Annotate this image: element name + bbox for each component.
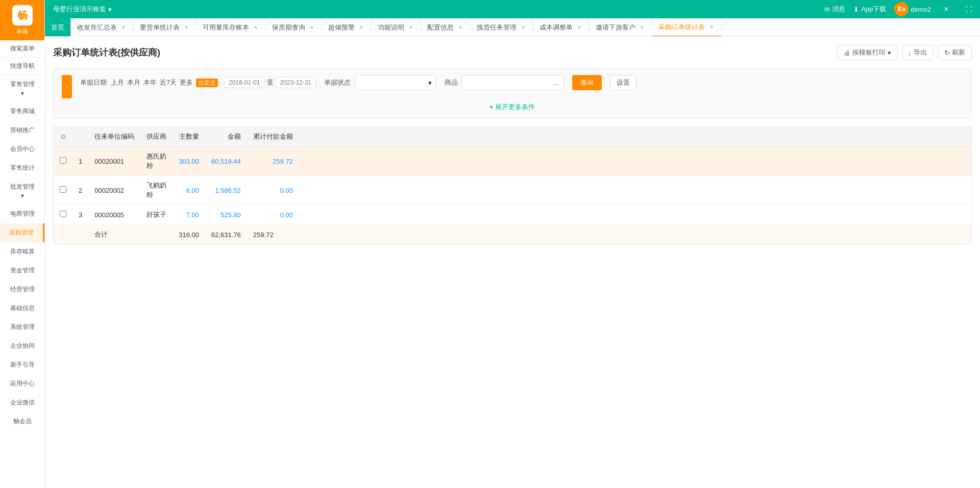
tab-close-icon[interactable]: ×	[252, 24, 259, 31]
sidebar-item-basic-info[interactable]: 基础信息	[0, 299, 44, 318]
row-empty	[299, 147, 971, 176]
tab-close-icon[interactable]: ×	[457, 24, 464, 31]
row-paid-amount[interactable]: 0.00	[247, 205, 299, 225]
print-button[interactable]: 🖨 按模板打印 ▾	[837, 45, 898, 60]
sidebar-item-label: 畅会员	[13, 417, 32, 426]
refresh-icon: ↻	[944, 49, 950, 57]
row-supplier-name: 惠氏奶粉	[140, 147, 173, 176]
th-qty: 主数量	[173, 127, 205, 147]
gear-icon[interactable]: ⚙	[60, 133, 66, 141]
filter-area: › 单据日期 上月 本月 本年 近7天 更多	[53, 68, 972, 118]
sidebar-item-app-center[interactable]: 应用中心	[0, 374, 44, 393]
sidebar-item-retail-stats[interactable]: 零售统计	[0, 159, 44, 177]
workspace-selector[interactable]: 母婴行业演示账套 ▾	[49, 3, 116, 16]
sidebar-item-enterprise-wechat[interactable]: 企业微信	[0, 393, 44, 412]
row-qty[interactable]: 303.00	[173, 147, 205, 176]
sidebar-item-system[interactable]: 系统管理	[0, 318, 44, 337]
expand-more-button[interactable]: ▾ 展开更多条件	[62, 102, 963, 112]
quick-nav-item[interactable]: 快捷导航	[0, 58, 44, 75]
row-supplier-code: 00020005	[88, 205, 140, 225]
sidebar-item-purchase[interactable]: 采购管理	[0, 223, 44, 242]
date-from[interactable]: 2016-01-01	[224, 77, 264, 88]
more-icon: …	[553, 79, 559, 87]
tab-close-icon[interactable]: ×	[576, 24, 583, 31]
export-button[interactable]: ↓ 导出	[902, 45, 934, 60]
tab-invite-downstream[interactable]: 邀请下游客户 ×	[590, 18, 652, 37]
row-qty[interactable]: 6.00	[173, 176, 205, 205]
sidebar-item-member[interactable]: 会员中心	[0, 140, 44, 159]
shortcut-last-month[interactable]: 上月	[111, 78, 124, 87]
shortcut-last-7-days[interactable]: 近7天	[160, 78, 177, 87]
tab-close-icon[interactable]: ×	[183, 24, 190, 31]
refresh-button[interactable]: ↻ 刷新	[938, 45, 972, 60]
search-menu-item[interactable]: 搜索菜单	[0, 40, 44, 58]
row-qty[interactable]: 7.00	[173, 205, 205, 225]
sidebar-item-label: 零售管理	[10, 80, 35, 89]
tab-receive-summary[interactable]: 收发存汇总表 ×	[71, 18, 134, 37]
tab-close-icon[interactable]: ×	[358, 24, 365, 31]
tab-available-inventory[interactable]: 可用量库存账本 ×	[197, 18, 266, 37]
sidebar-item-enterprise[interactable]: 企业协同	[0, 337, 44, 355]
chevron-down-icon: ▾	[490, 104, 493, 111]
goods-input[interactable]: …	[462, 75, 564, 90]
shortcut-this-year[interactable]: 本年	[143, 78, 157, 87]
tab-overstock-warning[interactable]: 超储预警 ×	[322, 18, 372, 37]
message-button[interactable]: ✉ 消息	[824, 5, 845, 14]
tab-close-icon[interactable]: ×	[708, 23, 715, 31]
sidebar-item-finance[interactable]: 资金管理	[0, 261, 44, 280]
tab-close-icon[interactable]: ×	[520, 24, 527, 31]
tab-picking-task[interactable]: 拣货任务管理 ×	[471, 18, 533, 37]
sidebar-item-ecommerce[interactable]: 电商管理	[0, 204, 44, 223]
close-button[interactable]: ×	[939, 2, 953, 16]
sidebar-item-wholesale[interactable]: 批发管理 ▾	[0, 177, 44, 204]
date-label: 单据日期	[80, 78, 107, 87]
tab-label: 功能说明	[378, 23, 404, 32]
user-info[interactable]: Ea demo2	[894, 2, 931, 16]
sidebar-item-retail-store[interactable]: 零售商城	[0, 102, 44, 121]
tab-cost-adjust[interactable]: 成本调整单 ×	[533, 18, 590, 37]
tab-close-icon[interactable]: ×	[308, 24, 315, 31]
row-checkbox-input[interactable]	[60, 157, 66, 164]
shortcut-this-month[interactable]: 本月	[127, 78, 140, 87]
query-button[interactable]: 查询	[572, 75, 602, 90]
row-amount[interactable]: 525.80	[205, 205, 247, 225]
tab-close-icon[interactable]: ×	[639, 24, 646, 31]
sidebar-item-vip[interactable]: 畅会员	[0, 412, 44, 431]
row-supplier-code: 00020001	[88, 147, 140, 176]
sidebar-item-marketing[interactable]: 营销推广	[0, 121, 44, 140]
shortcut-more[interactable]: 更多	[180, 78, 193, 87]
sidebar-logo[interactable]: 畅 标题	[0, 0, 44, 40]
tab-close-icon[interactable]: ×	[120, 24, 127, 31]
footer-paid-amount: 259.72	[247, 225, 299, 245]
sidebar-item-operations[interactable]: 经营管理	[0, 280, 44, 299]
row-checkbox[interactable]	[54, 205, 72, 225]
sidebar-item-new-guide[interactable]: 新手引导	[0, 355, 44, 374]
tab-purchase-order-stats[interactable]: 采购订单统计表 ×	[652, 18, 722, 37]
tab-order-stats[interactable]: 要货单统计表 ×	[134, 18, 197, 37]
print-label: 按模板打印	[852, 48, 886, 57]
settings-button[interactable]: 设置	[610, 75, 636, 90]
th-gear[interactable]: ⚙	[54, 127, 72, 147]
row-amount[interactable]: 60,519.44	[205, 147, 247, 176]
tab-home[interactable]: 首页	[45, 18, 71, 37]
row-checkbox-input[interactable]	[60, 186, 66, 193]
tab-warranty-query[interactable]: 保质期查询 ×	[266, 18, 322, 37]
tab-close-icon[interactable]: ×	[407, 24, 414, 31]
sidebar-item-retail[interactable]: 零售管理 ▾	[0, 75, 44, 102]
expand-button[interactable]: ⛶	[962, 2, 976, 16]
row-checkbox-input[interactable]	[60, 211, 66, 217]
row-paid-amount[interactable]: 259.72	[247, 147, 299, 176]
workspace-name: 母婴行业演示账套	[53, 5, 106, 14]
footer-empty-end	[299, 225, 971, 245]
row-amount[interactable]: 1,586.52	[205, 176, 247, 205]
sidebar-item-inventory[interactable]: 库存核算	[0, 242, 44, 261]
row-paid-amount[interactable]: 0.00	[247, 176, 299, 205]
app-download-button[interactable]: ⬇ App下载	[853, 5, 886, 14]
row-checkbox[interactable]	[54, 176, 72, 205]
status-select[interactable]: ▾	[355, 75, 436, 90]
date-to[interactable]: 2023-12-31	[276, 77, 316, 88]
tab-config-info[interactable]: 配置信息 ×	[421, 18, 471, 37]
row-checkbox[interactable]	[54, 147, 72, 176]
filter-toggle-button[interactable]: ›	[62, 75, 72, 98]
tab-feature-desc[interactable]: 功能说明 ×	[372, 18, 421, 37]
